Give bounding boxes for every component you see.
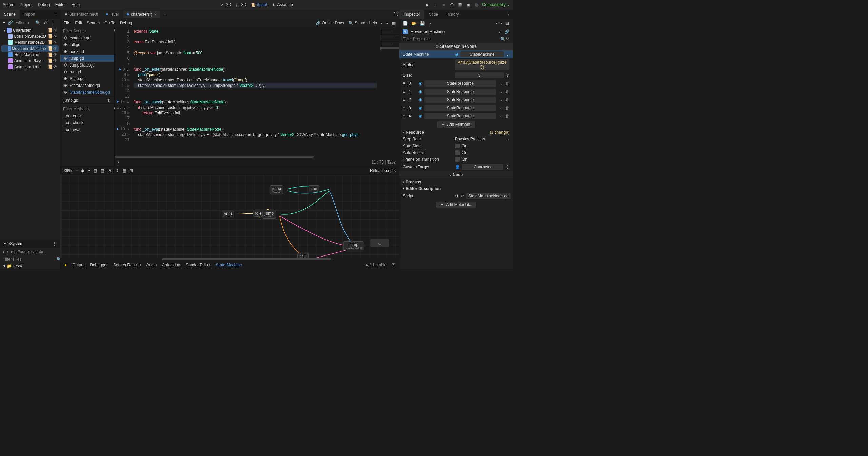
collapse-dock-icon[interactable]: ⊼ (392, 263, 395, 267)
editor-tab[interactable]: StateMachineUI (62, 11, 101, 18)
chevron-down-icon[interactable]: ⌄ (500, 106, 503, 110)
output-tab[interactable]: Output (72, 263, 84, 267)
audio-tab[interactable]: Audio (146, 263, 157, 267)
save-resource-icon[interactable]: 💾 (420, 21, 425, 26)
method-item[interactable]: _on_eval (60, 126, 114, 133)
menu-project[interactable]: Project (20, 2, 32, 7)
visibility-icon[interactable]: 👁 (53, 28, 57, 33)
script-icon[interactable]: 📜 (47, 64, 53, 69)
sm-state-node[interactable]: jumpjumpStrength 500 (343, 241, 364, 250)
inspector-tab[interactable]: Inspector (399, 10, 424, 19)
array-item-value[interactable]: StateResource (424, 97, 496, 103)
dock-menu-icon[interactable]: ⋮ (507, 12, 511, 17)
reload-scripts-button[interactable]: Reload scripts (370, 168, 396, 173)
prop-state-machine-value[interactable]: StateMachine (460, 51, 504, 57)
script-item[interactable]: ⚙horiz.gd (60, 48, 114, 55)
menu-debug[interactable]: Debug (38, 2, 50, 7)
script-icon[interactable]: 📜 (47, 58, 53, 63)
expand-icon[interactable]: ⌄ (498, 29, 501, 34)
add-node-icon[interactable]: + (3, 20, 5, 25)
snap-icon[interactable]: ▦ (101, 168, 104, 173)
menu-icon[interactable]: ⋮ (50, 20, 54, 25)
zoom-in-icon[interactable]: + (88, 168, 90, 173)
sm-state-node[interactable]: jumpkeyword (270, 185, 283, 194)
history-fwd-icon[interactable]: › (501, 21, 502, 26)
search-icon[interactable]: 🔍 (35, 20, 40, 25)
resource-section[interactable]: ›Resource (1 change) (399, 129, 513, 136)
array-item-value[interactable]: StateResource (424, 113, 496, 119)
script-menu-search[interactable]: Search (87, 21, 100, 25)
workspace-3d[interactable]: ⬚3D (235, 2, 246, 7)
prop-states-value[interactable]: Array[StateResource] (size 5) (455, 59, 509, 70)
array-item-value[interactable]: StateResource (424, 89, 496, 95)
sm-preview-badge[interactable]: ◡ (370, 239, 389, 247)
tool-icon[interactable]: 🖌 (43, 20, 47, 25)
script-icon[interactable]: 📜 (47, 46, 53, 51)
visibility-icon[interactable]: 👁 (53, 40, 57, 45)
dock-menu-icon[interactable]: ⋮ (54, 12, 58, 17)
scene-node-horizmachine[interactable]: HorizMachine📜👁 (1, 52, 59, 58)
snap-value[interactable]: 20 (108, 168, 112, 173)
close-icon[interactable]: × (154, 12, 157, 17)
script-item[interactable]: ⚙StateMachineNode.gd (60, 89, 114, 96)
chevron-down-icon[interactable]: ⌄ (500, 89, 503, 94)
script-item[interactable]: ⚙fall.gd (60, 41, 114, 48)
section-node[interactable]: ○ Node (399, 171, 513, 178)
tools-icon[interactable]: ⚒ (506, 37, 509, 41)
state-machine-tab[interactable]: State Machine (216, 263, 242, 267)
delete-icon[interactable]: 🗑 (505, 89, 509, 94)
movie-icon[interactable]: 🎬 (458, 2, 462, 7)
sm-canvas[interactable]: ◡ jumpkeywordrunstartidlejumprndjumpjump… (60, 175, 399, 258)
sm-state-node[interactable]: jumprnd (262, 210, 276, 219)
dock-menu-icon[interactable]: ⋮ (53, 241, 57, 246)
nav-back-icon[interactable]: ‹ (3, 249, 4, 254)
stepper-icon[interactable]: ⇕ (116, 168, 119, 173)
horizontal-scrollbar[interactable] (115, 155, 399, 158)
sm-state-node[interactable]: fallOnland (297, 253, 309, 258)
menu-editor[interactable]: Editor (55, 2, 66, 7)
visibility-icon[interactable]: 👁 (53, 58, 57, 63)
pause-icon[interactable]: ⏸ (433, 2, 438, 7)
delete-icon[interactable]: 🗑 (505, 97, 509, 102)
scene-node-collisionshape2d[interactable]: CollisionShape2D📜👁 (1, 33, 59, 39)
layout-icon[interactable]: ▦ (122, 168, 126, 173)
minimap-icon[interactable]: ⊞ (130, 168, 133, 173)
drag-handle-icon[interactable]: ≡ (403, 106, 405, 110)
custom-target-value[interactable]: Character (462, 164, 503, 170)
scene-node-movementmachine[interactable]: MovementMachine📜👁 (1, 45, 59, 52)
chevron-down-icon[interactable]: ⌄ (506, 137, 509, 141)
editor-tab[interactable]: character(*)× (123, 11, 160, 18)
animation-tab[interactable]: Animation (162, 263, 180, 267)
scene-tab[interactable]: Scene (0, 10, 20, 19)
script-menu-file[interactable]: File (64, 21, 70, 25)
nav-back-icon[interactable]: ‹ (381, 21, 382, 25)
renderer-dropdown[interactable]: Compatibility ⌄ (482, 2, 510, 7)
workspace-2d[interactable]: ↗2D (220, 2, 231, 7)
play-scene-icon[interactable]: ▣ (466, 2, 471, 7)
auto-restart-toggle[interactable] (455, 150, 460, 155)
visibility-icon[interactable]: 👁 (53, 52, 57, 57)
script-icon[interactable]: 📜 (47, 28, 53, 33)
nav-fwd-icon[interactable]: › (387, 21, 388, 25)
load-resource-icon[interactable]: 📂 (411, 21, 416, 26)
script-menu-debug[interactable]: Debug (120, 21, 132, 25)
scene-node-animationtree[interactable]: AnimationTree📜👁 (1, 64, 59, 70)
array-item-value[interactable]: StateResource (424, 105, 496, 111)
visibility-icon[interactable]: 👁 (53, 34, 57, 39)
sm-scrollbar[interactable] (60, 258, 399, 261)
chevron-down-icon[interactable]: ⌄ (500, 81, 503, 86)
zoom-reset-icon[interactable]: ◉ (81, 168, 84, 173)
history-tab[interactable]: History (442, 10, 463, 19)
collapse-icon[interactable]: ‹ (118, 160, 119, 165)
search-icon[interactable]: 🔍 (500, 37, 506, 41)
search-results-tab[interactable]: Search Results (113, 263, 141, 267)
visibility-icon[interactable]: 👁 (53, 64, 57, 69)
link-icon[interactable]: 🔗 (8, 20, 13, 25)
layout-icon[interactable]: ▦ (392, 21, 396, 25)
chevron-down-icon[interactable]: ⌄ (500, 97, 503, 102)
remote-icon[interactable]: 🖵 (450, 2, 454, 7)
workspace-assetlib[interactable]: ⬇AssetLib (271, 2, 293, 7)
visibility-icon[interactable]: 👁 (53, 46, 57, 51)
sort-icon[interactable]: ⇅ (107, 98, 111, 103)
process-section[interactable]: ›Process (399, 178, 513, 185)
